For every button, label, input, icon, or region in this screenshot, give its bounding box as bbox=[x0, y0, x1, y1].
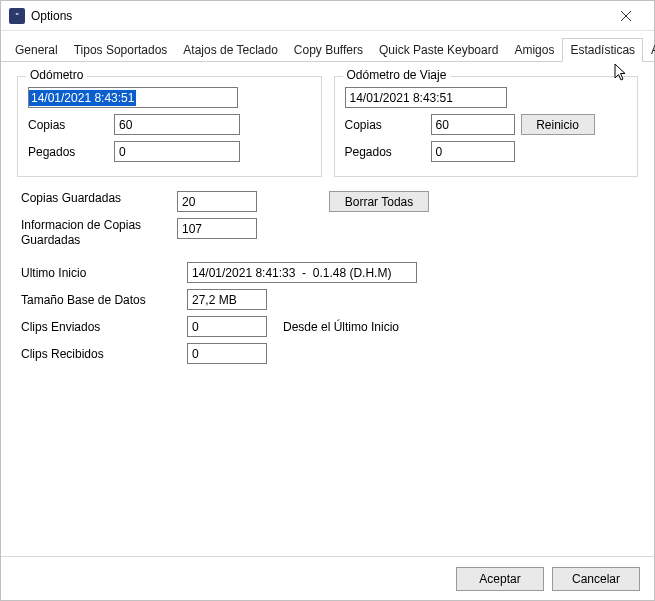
app-icon: " bbox=[9, 8, 25, 24]
clips-enviados-field[interactable] bbox=[187, 316, 267, 337]
tab-content: Odómetro 14/01/2021 8:43:51 Copias Pegad… bbox=[1, 62, 654, 556]
info-copias-field[interactable] bbox=[177, 218, 257, 239]
clips-recibidos-field[interactable] bbox=[187, 343, 267, 364]
trip-copias-label: Copias bbox=[345, 118, 425, 132]
odometer-pegados-field[interactable] bbox=[114, 141, 240, 162]
window-title: Options bbox=[31, 9, 606, 23]
copias-guardadas-label: Copias Guardadas bbox=[21, 191, 171, 206]
tab-tipos-soportados[interactable]: Tipos Soportados bbox=[66, 38, 176, 62]
dialog-footer: Aceptar Cancelar bbox=[1, 556, 654, 600]
tab-atajos[interactable]: Atajos de Teclado bbox=[175, 38, 286, 62]
trip-copias-field[interactable] bbox=[431, 114, 515, 135]
trip-timestamp-field[interactable] bbox=[345, 87, 507, 108]
odometer-copias-label: Copias bbox=[28, 118, 108, 132]
ok-button[interactable]: Aceptar bbox=[456, 567, 544, 591]
cancel-button[interactable]: Cancelar bbox=[552, 567, 640, 591]
ultimo-inicio-label: Ultimo Inicio bbox=[21, 266, 181, 280]
tab-acerca[interactable]: Acerca de bbox=[643, 38, 655, 62]
db-size-field[interactable] bbox=[187, 289, 267, 310]
tab-general[interactable]: General bbox=[7, 38, 66, 62]
titlebar: " Options bbox=[1, 1, 654, 31]
tab-estadisticas[interactable]: Estadísticas bbox=[562, 38, 643, 62]
trip-odometer-group: Odómetro de Viaje Copias Reinicio Pegado… bbox=[334, 76, 639, 177]
close-icon[interactable] bbox=[606, 2, 646, 30]
options-window: " Options General Tipos Soportados Atajo… bbox=[0, 0, 655, 601]
ultimo-inicio-field[interactable] bbox=[187, 262, 417, 283]
borrar-todas-button[interactable]: Borrar Todas bbox=[329, 191, 429, 212]
odometer-title: Odómetro bbox=[26, 68, 87, 82]
db-size-label: Tamaño Base de Datos bbox=[21, 293, 181, 307]
clips-recibidos-label: Clips Recibidos bbox=[21, 347, 181, 361]
tab-copy-buffers[interactable]: Copy Buffers bbox=[286, 38, 371, 62]
odometer-timestamp-value: 14/01/2021 8:43:51 bbox=[29, 90, 136, 106]
trip-reset-button[interactable]: Reinicio bbox=[521, 114, 595, 135]
tab-amigos[interactable]: Amigos bbox=[506, 38, 562, 62]
odometer-group: Odómetro 14/01/2021 8:43:51 Copias Pegad… bbox=[17, 76, 322, 177]
odometer-pegados-label: Pegados bbox=[28, 145, 108, 159]
odometer-timestamp-field[interactable]: 14/01/2021 8:43:51 bbox=[28, 87, 238, 108]
desde-ultimo-label: Desde el Último Inicio bbox=[283, 320, 399, 334]
copias-guardadas-field[interactable] bbox=[177, 191, 257, 212]
trip-pegados-label: Pegados bbox=[345, 145, 425, 159]
tab-bar: General Tipos Soportados Atajos de Tecla… bbox=[1, 31, 654, 62]
tab-quick-paste[interactable]: Quick Paste Keyboard bbox=[371, 38, 506, 62]
clips-enviados-label: Clips Enviados bbox=[21, 320, 181, 334]
odometer-copias-field[interactable] bbox=[114, 114, 240, 135]
info-copias-label: Informacion de Copias Guardadas bbox=[21, 218, 171, 248]
trip-title: Odómetro de Viaje bbox=[343, 68, 451, 82]
trip-pegados-field[interactable] bbox=[431, 141, 515, 162]
